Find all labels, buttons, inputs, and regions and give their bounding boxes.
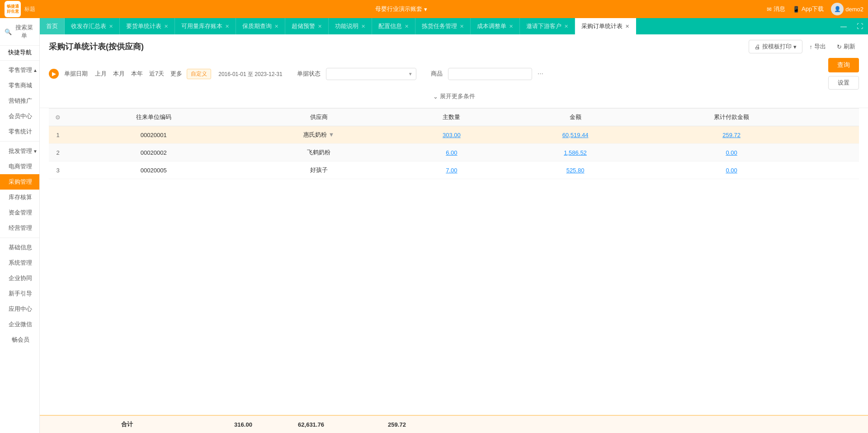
column-settings-icon[interactable]: ⚙ bbox=[55, 114, 61, 121]
app-download-button[interactable]: 📱 App下载 bbox=[793, 5, 824, 13]
sidebar-item-caigouguan[interactable]: 采购管理 bbox=[0, 174, 39, 190]
goods-more-icon[interactable]: ··· bbox=[538, 70, 543, 78]
message-label: 消息 bbox=[774, 5, 785, 13]
custom-date-badge[interactable]: 自定义 bbox=[187, 69, 211, 79]
amount-link[interactable]: 525.80 bbox=[566, 167, 585, 174]
sidebar-item-yingyongzhx[interactable]: 应用中心 bbox=[0, 301, 39, 317]
sidebar-search-section: 🔍 搜索菜单 bbox=[0, 18, 39, 46]
tab-close-icon[interactable]: ✕ bbox=[225, 24, 229, 29]
sidebar-item-jingyingguan[interactable]: 经营管理 bbox=[0, 220, 39, 236]
tab-tuohuo[interactable]: 拣货任务管理 ✕ bbox=[415, 18, 471, 34]
sidebar-item-xinshouyindao[interactable]: 新手引导 bbox=[0, 286, 39, 301]
refresh-button[interactable]: ↻ 刷新 bbox=[833, 40, 859, 53]
tab-close-icon[interactable]: ✕ bbox=[361, 24, 365, 29]
paid-link[interactable]: 259.72 bbox=[722, 132, 741, 138]
tab-keyongliang[interactable]: 可用量库存账本 ✕ bbox=[175, 18, 236, 34]
tab-chengben[interactable]: 成本调整单 ✕ bbox=[471, 18, 520, 34]
breadcrumb: 标题 bbox=[24, 5, 35, 13]
filter-toggle-button[interactable]: ▶ bbox=[49, 69, 59, 79]
qty-link[interactable]: 303.00 bbox=[443, 132, 461, 138]
table-row: 1 00020001 惠氏奶粉 ▼ 303.00 60,519.44 259.7… bbox=[49, 126, 859, 144]
sidebar-item-label: 营销推广 bbox=[9, 97, 32, 104]
tab-peizhi[interactable]: 配置信息 ✕ bbox=[372, 18, 415, 34]
qty-link[interactable]: 6.00 bbox=[446, 149, 457, 156]
sidebar-item-yingxiao[interactable]: 营销推广 bbox=[0, 93, 39, 109]
sidebar-item-qiyeweixin[interactable]: 企业微信 bbox=[0, 317, 39, 332]
page-content: 采购订单统计表(按供应商) 🖨 按模板打印 ▾ ↑ 导出 ↻ 刷新 bbox=[40, 34, 868, 433]
sidebar-item-label: 畅会员 bbox=[12, 336, 29, 343]
col-supplier: 供应商 bbox=[240, 109, 397, 126]
search-menu-button[interactable]: 🔍 搜索菜单 bbox=[3, 22, 37, 42]
paid-link[interactable]: 0.00 bbox=[726, 149, 737, 156]
status-select[interactable] bbox=[326, 68, 416, 80]
row-num: 2 bbox=[49, 144, 67, 162]
template-print-button[interactable]: 🖨 按模板打印 ▾ bbox=[749, 40, 802, 53]
qty-link[interactable]: 7.00 bbox=[446, 167, 457, 174]
goods-input[interactable] bbox=[448, 68, 532, 80]
sidebar-item-zijinguan[interactable]: 资金管理 bbox=[0, 205, 39, 220]
cell-paid: 259.72 bbox=[645, 126, 818, 144]
sidebar-item-pifaguan[interactable]: 批发管理 ▼ bbox=[0, 143, 39, 159]
sidebar-item-qiyexietong[interactable]: 企业协同 bbox=[0, 271, 39, 286]
tab-baozhiqi[interactable]: 保质期查询 ✕ bbox=[236, 18, 285, 34]
user-profile[interactable]: 👤 demo2 bbox=[831, 3, 863, 15]
tab-home[interactable]: 首页 bbox=[40, 18, 65, 34]
tab-maximize-button[interactable]: ⛶ bbox=[852, 18, 868, 34]
preset-this-year[interactable]: 本年 bbox=[129, 69, 145, 79]
tab-close-icon[interactable]: ✕ bbox=[164, 24, 168, 29]
workspace-selector[interactable]: 母婴行业演示账套 ▾ bbox=[375, 5, 427, 13]
tab-yaohuo[interactable]: 要货单统计表 ✕ bbox=[120, 18, 175, 34]
amount-link[interactable]: 60,519.44 bbox=[562, 132, 589, 138]
footer-amount: 62,631.76 bbox=[270, 421, 352, 428]
tab-close-icon[interactable]: ✕ bbox=[405, 24, 409, 29]
cell-paid: 0.00 bbox=[645, 144, 818, 162]
preset-more[interactable]: 更多 bbox=[169, 69, 184, 79]
sidebar-item-label: 基础信息 bbox=[9, 244, 32, 251]
export-button[interactable]: ↑ 导出 bbox=[806, 40, 830, 53]
tab-caigou[interactable]: 采购订单统计表 ✕ bbox=[575, 18, 636, 34]
tab-close-icon[interactable]: ✕ bbox=[318, 24, 322, 29]
sidebar-item-lingshouchang[interactable]: 零售商城 bbox=[0, 78, 39, 93]
query-button[interactable]: 查询 bbox=[828, 58, 859, 72]
tab-close-icon[interactable]: ✕ bbox=[109, 24, 113, 29]
tab-gongnengshuo[interactable]: 功能说明 ✕ bbox=[329, 18, 372, 34]
tab-close-icon[interactable]: ✕ bbox=[509, 24, 513, 29]
sidebar-item-lingshoutj[interactable]: 零售统计 bbox=[0, 124, 39, 139]
sidebar-item-label: 经营管理 bbox=[9, 224, 32, 231]
settings-button[interactable]: 设置 bbox=[828, 76, 859, 90]
footer-paid: 259.72 bbox=[352, 421, 442, 428]
tab-yaoqing[interactable]: 邀请下游客户 ✕ bbox=[520, 18, 575, 34]
preset-7days[interactable]: 近7天 bbox=[147, 69, 166, 79]
table-row: 2 00020002 飞鹤奶粉 6.00 1,586.52 0.00 bbox=[49, 144, 859, 162]
tab-close-icon[interactable]: ✕ bbox=[460, 24, 464, 29]
col-qty: 主数量 bbox=[397, 109, 506, 126]
message-button[interactable]: ✉ 消息 bbox=[767, 5, 785, 13]
tab-minimize-button[interactable]: — bbox=[835, 18, 852, 34]
tab-close-icon[interactable]: ✕ bbox=[625, 24, 629, 29]
sidebar-item-kucunhe[interactable]: 库存核算 bbox=[0, 190, 39, 205]
filter-row-1: ▶ 单据日期 上月 本月 本年 近7天 更多 自定义 2016-01-01 bbox=[49, 58, 859, 90]
sidebar-item-huiyuan[interactable]: 会员中心 bbox=[0, 109, 39, 124]
preset-last-month[interactable]: 上月 bbox=[93, 69, 108, 79]
expand-row-icon[interactable]: ▼ bbox=[329, 131, 335, 138]
chevron-down-icon: ⌄ bbox=[433, 93, 438, 100]
workspace-name: 母婴行业演示账套 bbox=[375, 5, 422, 13]
cell-qty: 7.00 bbox=[397, 162, 506, 179]
tab-close-icon[interactable]: ✕ bbox=[274, 24, 278, 29]
sidebar-item-jichuxx[interactable]: 基础信息 bbox=[0, 240, 39, 255]
paid-link[interactable]: 0.00 bbox=[726, 167, 737, 174]
table-header-row: ⚙ 往来单位编码 供应商 主数量 金额 累计付款金额 bbox=[49, 109, 859, 126]
tab-shoufahu[interactable]: 收发存汇总表 ✕ bbox=[65, 18, 120, 34]
sidebar-item-label: 资金管理 bbox=[9, 209, 32, 216]
preset-this-month[interactable]: 本月 bbox=[111, 69, 127, 79]
tab-close-icon[interactable]: ✕ bbox=[564, 24, 568, 29]
sidebar-item-xitongguan[interactable]: 系统管理 bbox=[0, 255, 39, 271]
sidebar-item-lingshouguan[interactable]: 零售管理 ▲ bbox=[0, 62, 39, 78]
sidebar-item-changhui[interactable]: 畅会员 bbox=[0, 332, 39, 347]
amount-link[interactable]: 1,586.52 bbox=[564, 149, 587, 156]
sidebar-item-dianshang[interactable]: 电商管理 bbox=[0, 159, 39, 174]
top-bar-right: ✉ 消息 📱 App下载 👤 demo2 bbox=[767, 3, 863, 15]
page-header: 采购订单统计表(按供应商) 🖨 按模板打印 ▾ ↑ 导出 ↻ 刷新 bbox=[40, 34, 868, 53]
tab-chaochuyujing[interactable]: 超储预警 ✕ bbox=[285, 18, 329, 34]
expand-filters-button[interactable]: ⌄ 展开更多条件 bbox=[433, 92, 475, 100]
